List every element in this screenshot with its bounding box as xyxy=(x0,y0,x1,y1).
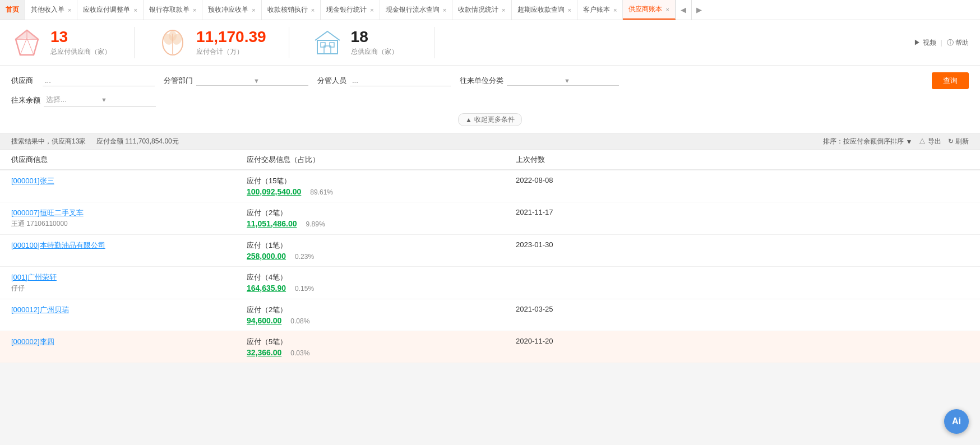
lastpay-date-3: 2023-01-30 xyxy=(516,240,553,249)
nav-tab-collection[interactable]: 收款核销执行 × xyxy=(262,0,321,20)
dept-filter-select[interactable]: ▼ xyxy=(196,76,308,86)
lastpay-col-5: 2021-03-25 xyxy=(516,305,969,313)
transaction-col-3: 应付（1笔） 258,000.00 0.23% xyxy=(247,240,516,261)
filter-supplier: 供应商 xyxy=(11,75,155,86)
col-header-transaction: 应付交易信息（占比） xyxy=(247,155,516,165)
svg-line-4 xyxy=(27,38,34,55)
export-button[interactable]: △ 导出 xyxy=(919,137,941,146)
col-header-lastpay: 上次付数 xyxy=(516,155,969,165)
close-icon[interactable]: × xyxy=(68,7,71,13)
lastpay-date-2: 2021-11-17 xyxy=(516,208,553,216)
nav-next-arrow[interactable]: ▶ xyxy=(691,0,707,20)
nav-tab-customer-label: 客户账本 xyxy=(583,5,610,15)
table-header: 供应商信息 应付交易信息（占比） 上次付数 xyxy=(0,150,980,170)
close-icon[interactable]: × xyxy=(252,7,255,13)
result-bar: 搜索结果中，供应商13家 应付金额 111,703,854.00元 排序：按应付… xyxy=(0,133,980,150)
separator: | xyxy=(941,39,942,47)
nav-tab-home-label: 首页 xyxy=(6,5,19,15)
close-icon[interactable]: × xyxy=(613,7,617,13)
tx-percent-6: 0.03% xyxy=(290,349,309,357)
tx-percent-2: 9.89% xyxy=(306,220,325,228)
balance-filter-select[interactable]: 选择... ▼ xyxy=(44,94,156,106)
result-text-2: 应付金额 111,703,854.00元 xyxy=(96,137,179,146)
tx-amount-6[interactable]: 32,366.00 xyxy=(247,348,281,357)
tx-amount-2[interactable]: 11,051,486.00 xyxy=(247,219,297,228)
nav-tab-cash-flow[interactable]: 现金银行流水查询 × xyxy=(380,0,452,20)
tx-percent-1: 89.61% xyxy=(310,188,333,196)
nav-tab-cash-bank[interactable]: 现金银行统计 × xyxy=(321,0,380,20)
supplier-col-1: [000001]张三 xyxy=(11,176,247,186)
person-filter-label: 分管人员 xyxy=(317,76,346,86)
total-ap-suppliers-number: 13 xyxy=(50,29,111,46)
nav-tab-bank-deposit-label: 银行存取款单 xyxy=(149,5,189,15)
lastpay-col-1: 2022-08-08 xyxy=(516,176,969,184)
close-icon[interactable]: × xyxy=(193,7,196,13)
supplier-filter-label: 供应商 xyxy=(11,76,39,86)
summary-card-2: 11,170.39 应付合计（万） xyxy=(157,27,289,58)
lastpay-col-3: 2023-01-30 xyxy=(516,240,969,249)
collapse-button[interactable]: ▲ 收起更多条件 xyxy=(458,113,522,126)
nav-tab-overdue[interactable]: 超期应收款查询 × xyxy=(512,0,577,20)
nav-tab-other-income[interactable]: 其他收入单 × xyxy=(25,0,77,20)
close-icon[interactable]: × xyxy=(502,7,505,13)
balance-select-value: 选择... xyxy=(46,95,99,105)
filter-row-1: 供应商 分管部门 ▼ 分管人员 往来单位分类 ▼ 查询 xyxy=(11,72,969,89)
tx-percent-5: 0.08% xyxy=(290,317,309,325)
nav-tab-collection-stat[interactable]: 收款情况统计 × xyxy=(452,0,511,20)
lastpay-col-2: 2021-11-17 xyxy=(516,208,969,216)
nav-tab-ar-ap-adjust[interactable]: 应收应付调整单 × xyxy=(77,0,143,20)
supplier-link-5[interactable]: [000012]广州贝瑞 xyxy=(11,305,69,314)
summary-text-1: 13 总应付供应商（家） xyxy=(50,29,111,57)
supplier-filter-input[interactable] xyxy=(43,75,155,86)
supplier-col-4: [001]广州荣轩 仔仔 xyxy=(11,272,247,293)
tx-amount-1[interactable]: 100,092,540.00 xyxy=(247,187,301,196)
refresh-icon: ↻ xyxy=(948,137,954,145)
transaction-col-5: 应付（2笔） 94,600.00 0.08% xyxy=(247,305,516,325)
sort-label: 排序：按应付余额倒序排序 xyxy=(823,137,904,146)
sort-arrow-icon: ▼ xyxy=(905,138,912,146)
category-filter-select[interactable]: ▼ xyxy=(507,76,619,86)
wheat-icon xyxy=(157,27,188,58)
nav-tab-advance[interactable]: 预收冲应收单 × xyxy=(202,0,261,20)
nav-tab-home[interactable]: 首页 xyxy=(0,0,25,20)
close-icon[interactable]: × xyxy=(665,6,669,13)
collapse-bar: ▲ 收起更多条件 xyxy=(11,111,969,127)
tx-amount-4[interactable]: 164,635.90 xyxy=(247,284,286,293)
result-separator xyxy=(89,138,93,146)
supplier-link-6[interactable]: [000002]李四 xyxy=(11,337,54,346)
filter-dept: 分管部门 ▼ xyxy=(164,76,308,86)
tx-label-1: 应付（15笔） xyxy=(247,176,516,186)
close-icon[interactable]: × xyxy=(568,7,571,13)
supplier-link-3[interactable]: [000100]本特勤油品有限公司 xyxy=(11,241,105,249)
close-icon[interactable]: × xyxy=(311,7,315,13)
sort-button[interactable]: 排序：按应付余额倒序排序 ▼ xyxy=(823,137,912,146)
collapse-label: 收起更多条件 xyxy=(474,115,515,124)
video-link[interactable]: ▶ 视频 xyxy=(914,38,936,48)
result-text-1: 搜索结果中，供应商13家 xyxy=(11,137,86,146)
close-icon[interactable]: × xyxy=(443,7,446,13)
nav-prev-arrow[interactable]: ◀ xyxy=(676,0,691,20)
dept-filter-label: 分管部门 xyxy=(164,76,193,86)
tx-amount-3[interactable]: 258,000.00 xyxy=(247,252,286,261)
person-filter-input[interactable] xyxy=(350,75,451,86)
supplier-col-6: [000002]李四 xyxy=(11,337,247,347)
summary-text-2: 11,170.39 应付合计（万） xyxy=(196,29,266,57)
nav-tab-collection-label: 收款核销执行 xyxy=(267,5,308,15)
supplier-link-2[interactable]: [000007]恒旺二手叉车 xyxy=(11,208,84,217)
close-icon[interactable]: × xyxy=(133,7,137,13)
nav-tab-customer[interactable]: 客户账本 × xyxy=(577,0,623,20)
store-icon xyxy=(312,27,343,58)
nav-tab-supplier[interactable]: 供应商账本 × xyxy=(623,0,675,20)
supplier-link-1[interactable]: [000001]张三 xyxy=(11,177,54,185)
help-link[interactable]: ⓘ 帮助 xyxy=(947,38,969,48)
supplier-link-4[interactable]: [001]广州荣轩 xyxy=(11,273,57,281)
svg-rect-14 xyxy=(321,43,325,47)
diamond-icon xyxy=(11,27,43,58)
tx-amount-5[interactable]: 94,600.00 xyxy=(247,316,281,325)
close-icon[interactable]: × xyxy=(370,7,373,13)
ap-total-number: 11,170.39 xyxy=(196,29,266,46)
refresh-button[interactable]: ↻ 刷新 xyxy=(948,137,969,146)
summary-text-3: 18 总供应商（家） xyxy=(351,29,398,57)
nav-tab-bank-deposit[interactable]: 银行存取款单 × xyxy=(144,0,202,20)
query-button[interactable]: 查询 xyxy=(932,72,969,89)
